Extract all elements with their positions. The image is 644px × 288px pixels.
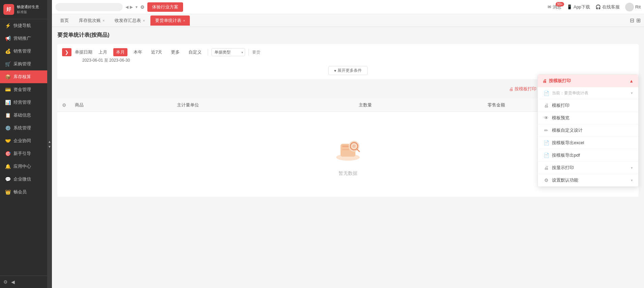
print-icon: 🖨 <box>509 87 514 92</box>
main-content: ◀ ▶ ▾ ⚙ 体验行业方案 ✉ 消息 99+ 📱 App下载 🎧 在线客服 R… <box>52 0 644 288</box>
topbar-dropdown-button[interactable]: ▾ <box>136 5 138 9</box>
scroll-down-button[interactable]: ▼ <box>48 145 51 149</box>
sidebar-item-marketing[interactable]: 📢营销推广 <box>0 32 47 45</box>
topbar-gear-button[interactable]: ⚙ <box>140 4 145 10</box>
col-gear: ⚙ <box>57 99 71 112</box>
date-last-month-button[interactable]: 上月 <box>96 48 110 56</box>
display-print-label: 按显示打印 <box>552 165 574 171</box>
col-settings-icon[interactable]: ⚙ <box>62 102 66 108</box>
current-template-item[interactable]: 📄 当前：要货单统计表 ▾ <box>538 87 638 99</box>
sidebar-label-finance: 资金管理 <box>13 87 31 93</box>
type-select[interactable]: 单据类型 <box>211 48 245 56</box>
tab-batch-account[interactable]: 库存批次账× <box>74 15 109 26</box>
date-this-year-button[interactable]: 本年 <box>131 48 145 56</box>
template-custom-icon: ✏ <box>543 128 549 133</box>
svg-line-6 <box>357 149 359 152</box>
date-range-display: 2023-06-01 至 2023-06-30 <box>62 58 634 63</box>
print-dropdown-title-area: 🖨 按模板打印 <box>543 78 571 84</box>
filter-collapse-button[interactable]: ❯ <box>62 48 71 56</box>
sidebar-label-basic: 基础信息 <box>13 112 31 118</box>
scroll-up-button[interactable]: ▲ <box>48 140 51 143</box>
sidebar-item-finance[interactable]: 💳资金管理 <box>0 83 47 96</box>
tab-minimize-button[interactable]: ⊟ <box>630 17 634 24</box>
svg-point-7 <box>352 145 356 148</box>
template-preview-icon: 👁 <box>543 115 549 121</box>
template-pdf-label: 按模板导出pdf <box>552 152 580 158</box>
topbar-search-input[interactable] <box>55 3 123 11</box>
sidebar-item-member[interactable]: 👑畅会员 <box>0 186 47 198</box>
col-product: 商品 <box>71 99 173 112</box>
appstore-icon: 🔔 <box>5 163 11 169</box>
order-category-label: 要货 <box>252 50 260 55</box>
default-fn-label: 设置默认功能 <box>552 177 578 183</box>
sidebar-item-inventory[interactable]: 📦库存核算 <box>0 70 47 83</box>
template-excel-item[interactable]: 📄 按模板导出excel <box>538 137 638 149</box>
sidebar-item-quick-nav[interactable]: ⚡快捷导航 <box>0 19 47 32</box>
template-custom-label: 模板自定义设计 <box>552 127 583 133</box>
sidebar-item-appstore[interactable]: 🔔应用中心 <box>0 160 47 173</box>
template-preview-label: 模板预览 <box>552 115 569 121</box>
sidebar-item-basic[interactable]: 📋基础信息 <box>0 109 47 122</box>
default-fn-left: ⚙ 设置默认功能 <box>543 177 578 183</box>
tab-maximize-button[interactable]: ⊞ <box>636 17 641 24</box>
template-preview-item[interactable]: 👁 模板预览 <box>538 112 638 124</box>
topbar: ◀ ▶ ▾ ⚙ 体验行业方案 ✉ 消息 99+ 📱 App下载 🎧 在线客服 R… <box>52 0 644 14</box>
sidebar-item-wechat[interactable]: 💬企业微信 <box>0 173 47 186</box>
sidebar-item-guide[interactable]: 🎯新手引导 <box>0 147 47 160</box>
sidebar-item-collab[interactable]: 🤝企业协同 <box>0 134 47 147</box>
tab-order-stats[interactable]: 要货单统计表× <box>150 15 190 26</box>
display-print-item[interactable]: 🖨 按显示打印 ▾ <box>538 162 638 174</box>
sales-icon: 💰 <box>5 48 11 54</box>
tab-receipt-summary[interactable]: 收发存汇总表× <box>110 15 149 26</box>
col-qty: 主数量 <box>355 99 484 112</box>
print-dropdown-collapse-icon[interactable]: ▲ <box>629 78 634 84</box>
trial-button[interactable]: 体验行业方案 <box>147 2 183 12</box>
sidebar-item-operation[interactable]: 📊经营管理 <box>0 96 47 109</box>
tab-label-batch-account: 库存批次账 <box>79 18 101 24</box>
tab-close-receipt-summary[interactable]: × <box>143 19 145 23</box>
sidebar-item-sales[interactable]: 💰销售管理 <box>0 45 47 58</box>
app-download-button[interactable]: 📱 App下载 <box>567 4 590 10</box>
template-excel-icon: 📄 <box>543 140 549 146</box>
template-print-item[interactable]: 🖨 模板打印 <box>538 99 638 112</box>
date-more-button[interactable]: 更多 <box>168 48 182 56</box>
sidebar-label-wechat: 企业微信 <box>13 176 31 182</box>
sidebar-label-sales: 销售管理 <box>13 48 31 54</box>
filter-divider <box>208 49 208 56</box>
sidebar-logo: 好 畅捷通好生意 标准版 <box>0 0 47 19</box>
sidebar-item-system[interactable]: ⚙️系统管理 <box>0 122 47 134</box>
default-fn-icon: ⚙ <box>543 178 549 183</box>
sidebar-item-purchase[interactable]: 🛒采购管理 <box>0 58 47 70</box>
template-custom-item[interactable]: ✏ 模板自定义设计 <box>538 124 638 137</box>
sidebar-nav: ⚡快捷导航📢营销推广💰销售管理🛒采购管理📦库存核算💳资金管理📊经营管理📋基础信息… <box>0 19 47 276</box>
tabs-bar: 首页库存批次账×收发存汇总表×要货单统计表× ⊟ ⊞ <box>52 14 644 27</box>
nav-forward-button[interactable]: ▶ <box>130 5 133 9</box>
member-icon: 👑 <box>5 189 11 195</box>
expand-filter-button[interactable]: ▾ 展开更多条件 <box>328 66 368 75</box>
user-avatar[interactable]: Rit <box>625 3 641 11</box>
tab-home[interactable]: 首页 <box>55 15 74 26</box>
settings-footer-button[interactable]: ⚙ <box>3 279 8 285</box>
template-excel-label: 按模板导出excel <box>552 140 584 146</box>
current-template-left: 📄 当前：要货单统计表 <box>543 90 588 96</box>
inventory-icon: 📦 <box>5 74 11 80</box>
date-this-month-button[interactable]: 本月 <box>113 48 127 56</box>
tab-close-order-stats[interactable]: × <box>183 19 185 23</box>
date-custom-button[interactable]: 自定义 <box>186 48 204 56</box>
message-button[interactable]: ✉ 消息 99+ <box>548 4 561 10</box>
filter-row: ❯ 单据日期 上月 本月 本年 近7天 更多 自定义 单据类型 要货 <box>62 48 634 56</box>
date-last-7days-button[interactable]: 近7天 <box>148 48 165 56</box>
collapse-footer-button[interactable]: ◀ <box>11 279 15 285</box>
nav-back-button[interactable]: ◀ <box>125 5 128 9</box>
sidebar-label-operation: 经营管理 <box>13 99 31 105</box>
template-pdf-item[interactable]: 📄 按模板导出pdf <box>538 149 638 162</box>
col-unit: 主计量单位 <box>173 99 355 112</box>
page-title: 要货单统计表(按商品) <box>57 32 639 39</box>
tab-close-batch-account[interactable]: × <box>103 19 105 23</box>
template-print-icon: 🖨 <box>543 103 549 108</box>
finance-icon: 💳 <box>5 87 11 93</box>
default-fn-item[interactable]: ⚙ 设置默认功能 ▾ <box>538 174 638 187</box>
current-template-icon: 📄 <box>543 91 549 96</box>
online-service-button[interactable]: 🎧 在线客服 <box>595 4 620 10</box>
app-logo-icon: 好 <box>3 4 14 15</box>
